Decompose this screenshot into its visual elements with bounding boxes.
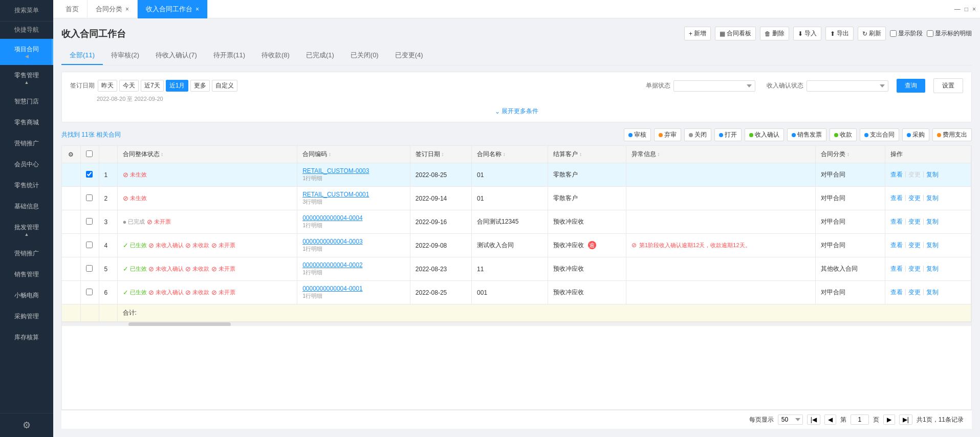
sidebar-item-purchase[interactable]: 采购管理 bbox=[0, 306, 53, 327]
income-confirm-btn[interactable]: 收入确认 bbox=[745, 128, 784, 141]
status-tab-all[interactable]: 全部(11) bbox=[61, 47, 103, 65]
date-btn-last7[interactable]: 近7天 bbox=[141, 80, 164, 92]
action-change[interactable]: 变更 bbox=[908, 265, 921, 273]
show-fields-checkbox[interactable]: 显示阶段 bbox=[890, 29, 923, 38]
row-checkbox[interactable] bbox=[86, 265, 93, 272]
date-btn-yesterday[interactable]: 昨天 bbox=[98, 80, 117, 92]
contract-code-link[interactable]: 0000000000004-0004 bbox=[302, 214, 362, 222]
window-minimize[interactable]: — bbox=[954, 6, 961, 13]
window-close[interactable]: × bbox=[972, 6, 976, 13]
contract-code-link[interactable]: 0000000000004-0003 bbox=[302, 238, 362, 245]
sidebar-item-marketing2[interactable]: 营销推广 bbox=[0, 243, 53, 264]
action-view[interactable]: 查看 bbox=[890, 241, 903, 250]
close-btn[interactable]: 关闭 bbox=[684, 128, 711, 141]
action-change[interactable]: 变更 bbox=[908, 170, 921, 179]
status-tab-changed[interactable]: 已变更(4) bbox=[387, 47, 431, 65]
expand-filter-btn[interactable]: ⌄ 展开更多条件 bbox=[495, 107, 538, 116]
action-view[interactable]: 查看 bbox=[890, 217, 903, 226]
sidebar-item-member[interactable]: 会员中心 bbox=[0, 154, 53, 175]
page-first-btn[interactable]: |◀ bbox=[807, 414, 820, 425]
show-detail-checkbox[interactable]: 显示标的明细 bbox=[927, 29, 972, 38]
th-contract-category[interactable]: 合同分类 bbox=[816, 146, 885, 163]
table-scrollbar[interactable] bbox=[62, 322, 971, 326]
action-copy[interactable]: 复制 bbox=[926, 194, 939, 203]
sales-invoice-btn[interactable]: 销售发票 bbox=[787, 128, 826, 141]
date-btn-more[interactable]: 更多 bbox=[190, 80, 210, 92]
tab-contract-cat-close[interactable]: × bbox=[125, 6, 129, 13]
scrollbar-thumb[interactable] bbox=[128, 322, 231, 326]
sidebar-search[interactable]: 搜索菜单 bbox=[0, 0, 53, 21]
sidebar-item-retail-mgmt[interactable]: 零售管理 ▲ bbox=[0, 65, 53, 91]
sidebar-settings[interactable]: ⚙ bbox=[0, 413, 53, 437]
contract-code-link[interactable]: 0000000000004-0002 bbox=[302, 261, 362, 269]
doc-status-select[interactable] bbox=[673, 80, 755, 92]
sidebar-item-inventory[interactable]: 库存核算 bbox=[0, 327, 53, 348]
tab-income-contract-close[interactable]: × bbox=[195, 6, 199, 13]
action-copy[interactable]: 复制 bbox=[926, 170, 939, 179]
output-contract-btn[interactable]: 支出合同 bbox=[860, 128, 899, 141]
expense-output-btn[interactable]: 费用支出 bbox=[932, 128, 972, 141]
date-btn-custom[interactable]: 自定义 bbox=[212, 80, 237, 92]
action-change[interactable]: 变更 bbox=[908, 288, 921, 297]
status-tab-pending-payment[interactable]: 待收款(8) bbox=[253, 47, 298, 65]
th-settle-customer[interactable]: 结算客户 bbox=[548, 146, 626, 163]
sidebar-item-sales-mgmt[interactable]: 销售管理 bbox=[0, 264, 53, 285]
status-tab-pending-review[interactable]: 待审核(2) bbox=[103, 47, 147, 65]
action-view[interactable]: 查看 bbox=[890, 288, 903, 297]
date-btn-last1month[interactable]: 近1月 bbox=[166, 80, 189, 92]
action-view[interactable]: 查看 bbox=[890, 265, 903, 273]
sidebar-item-project[interactable]: 项目合同 ◀ bbox=[0, 39, 53, 65]
income-confirm-select[interactable] bbox=[807, 80, 888, 92]
sidebar-item-marketing[interactable]: 营销推广 bbox=[0, 133, 53, 154]
th-contract-name[interactable]: 合同名称 bbox=[472, 146, 548, 163]
review-btn[interactable]: 审核 bbox=[624, 128, 651, 141]
new-button[interactable]: + 新增 bbox=[684, 27, 711, 40]
contract-code-link[interactable]: 0000000000004-0001 bbox=[302, 285, 362, 292]
action-view[interactable]: 查看 bbox=[890, 194, 903, 203]
sidebar-item-ecommerce[interactable]: 小畅电商 bbox=[0, 285, 53, 306]
th-settings[interactable]: ⚙ bbox=[62, 146, 80, 163]
action-view[interactable]: 查看 bbox=[890, 170, 903, 179]
tab-contract-cat[interactable]: 合同分类 × bbox=[88, 0, 138, 18]
page-size-select[interactable]: 50 10 20 100 bbox=[778, 414, 803, 425]
page-last-btn[interactable]: ▶| bbox=[899, 414, 912, 425]
contract-code-link[interactable]: RETAIL_CUSTOM-0001 bbox=[302, 191, 369, 198]
sidebar-item-retail-mall[interactable]: 零售商城 bbox=[0, 112, 53, 133]
row-checkbox[interactable] bbox=[86, 194, 93, 201]
action-copy[interactable]: 复制 bbox=[926, 241, 939, 250]
show-fields-input[interactable] bbox=[890, 30, 897, 37]
payment-btn[interactable]: 收款 bbox=[830, 128, 857, 141]
row-checkbox[interactable] bbox=[86, 289, 93, 295]
purchase-btn[interactable]: 采购 bbox=[902, 128, 929, 141]
delete-button[interactable]: 🗑 删除 bbox=[760, 27, 789, 40]
th-error-info[interactable]: 异常信息 bbox=[626, 146, 815, 163]
export-button[interactable]: ⬆ 导出 bbox=[825, 27, 854, 40]
page-number-input[interactable] bbox=[851, 414, 869, 425]
status-tab-pending-invoice[interactable]: 待开票(11) bbox=[205, 47, 253, 65]
tab-home[interactable]: 首页 bbox=[57, 0, 88, 18]
page-prev-btn[interactable]: ◀ bbox=[824, 414, 836, 425]
refresh-button[interactable]: ↻ 刷新 bbox=[858, 27, 886, 40]
contract-code-link[interactable]: RETAIL_CUSTOM-0003 bbox=[302, 167, 369, 174]
open-btn[interactable]: 打开 bbox=[714, 128, 742, 141]
action-copy[interactable]: 复制 bbox=[926, 288, 939, 297]
sidebar-item-batch-mgmt[interactable]: 批发管理 ▲ bbox=[0, 217, 53, 243]
sidebar-item-smart-store[interactable]: 智慧门店 bbox=[0, 91, 53, 112]
window-maximize[interactable]: □ bbox=[965, 6, 968, 13]
tab-income-contract[interactable]: 收入合同工作台 × bbox=[138, 0, 208, 18]
query-button[interactable]: 查询 bbox=[897, 79, 925, 93]
set-button[interactable]: 设置 bbox=[933, 78, 963, 93]
sidebar-item-base-info[interactable]: 基础信息 bbox=[0, 196, 53, 217]
show-detail-input[interactable] bbox=[927, 30, 933, 37]
date-btn-today[interactable]: 今天 bbox=[119, 80, 139, 92]
th-sign-date[interactable]: 签订日期 bbox=[410, 146, 471, 163]
select-all-checkbox[interactable] bbox=[86, 150, 93, 157]
status-tab-completed[interactable]: 已完成(1) bbox=[298, 47, 342, 65]
status-tab-closed[interactable]: 已关闭(0) bbox=[342, 47, 387, 65]
action-copy[interactable]: 复制 bbox=[926, 217, 939, 226]
abandon-btn[interactable]: 弃审 bbox=[654, 128, 681, 141]
action-change[interactable]: 变更 bbox=[908, 194, 921, 203]
th-contract-code[interactable]: 合同编码 bbox=[297, 146, 410, 163]
row-checkbox[interactable] bbox=[86, 242, 93, 248]
row-checkbox[interactable] bbox=[86, 171, 93, 178]
